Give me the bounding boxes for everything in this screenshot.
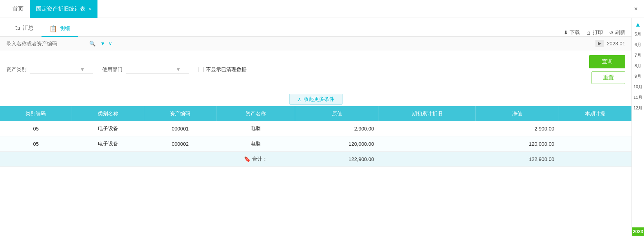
month-item[interactable]: 9月: [633, 71, 642, 82]
hide-cleared-label: 不显示已清理数据: [206, 66, 247, 73]
table-row: 05 电子设备 000001 电脑 2,900.00 2,900.00: [0, 121, 631, 136]
detail-icon: 📋: [49, 25, 57, 32]
more-conditions-button[interactable]: ▼ ∨: [100, 41, 112, 46]
table-container: 类别编码 类别名称 资产编码 资产名称 原值 期初累计折旧 净值 本期计提 05…: [0, 106, 631, 236]
dept-filter: 使用部门 ▼: [102, 66, 189, 73]
refresh-icon: ↺: [609, 30, 613, 36]
nav-home[interactable]: 首页: [6, 5, 30, 13]
month-item[interactable]: 8月: [633, 61, 642, 71]
col-asset-code: 资产编码: [144, 106, 216, 121]
total-original-value: 122,900.00: [295, 152, 379, 167]
total-current: [559, 152, 631, 167]
table-header-row: 类别编码 类别名称 资产编码 资产名称 原值 期初累计折旧 净值 本期计提: [0, 106, 631, 121]
print-label: 打印: [593, 29, 603, 36]
hide-cleared-checkbox[interactable]: [198, 67, 204, 72]
top-nav: 首页 固定资产折旧统计表 × ×: [0, 0, 644, 18]
asset-type-arrow-icon: ▼: [80, 66, 85, 72]
refresh-button[interactable]: ↺ 刷新: [609, 29, 625, 36]
total-label-cell: [0, 152, 216, 167]
right-panel: ▲ 5月6月7月8月9月10月11月12月 2023: [631, 18, 644, 236]
cell-category-code: 05: [0, 121, 72, 136]
tab-summary-label: 汇总: [23, 25, 34, 32]
search-input[interactable]: [6, 41, 85, 46]
collapse-row: ∧ 收起更多条件: [0, 92, 631, 106]
refresh-label: 刷新: [615, 29, 625, 36]
total-accumulated: [379, 152, 475, 167]
cell-current-depreciation: [559, 121, 631, 136]
year-badge[interactable]: 2023: [632, 227, 644, 236]
cell-category-name: 电子设备: [72, 136, 144, 152]
month-item[interactable]: 11月: [633, 92, 642, 103]
download-label: 下载: [570, 29, 580, 36]
query-button[interactable]: 查询: [589, 55, 625, 68]
search-bar: 🔍 ▼ ∨ ▶ 2023.01: [0, 37, 631, 50]
collapse-button[interactable]: ∧ 收起更多条件: [289, 94, 343, 105]
cell-current-depreciation: [559, 136, 631, 152]
total-text: 合计：: [252, 156, 267, 163]
asset-type-label: 资产类别: [6, 66, 27, 73]
cell-original-value: 120,000.00: [295, 136, 379, 152]
col-accumulated-depreciation: 期初累计折旧: [379, 106, 475, 121]
dept-label: 使用部门: [102, 66, 123, 73]
filter-icon: ▼: [100, 41, 105, 46]
cell-asset-name: 电脑: [216, 136, 295, 152]
reset-button[interactable]: 重置: [592, 72, 625, 84]
tab-detail[interactable]: 📋 明细: [41, 21, 78, 37]
cell-asset-code: 000001: [144, 121, 216, 136]
cell-category-name: 电子设备: [72, 121, 144, 136]
cell-accumulated-depreciation: [379, 136, 475, 152]
tab-detail-label: 明细: [60, 25, 70, 32]
scroll-up-button[interactable]: ▲: [635, 21, 641, 28]
summary-icon: 🗂: [14, 25, 20, 32]
col-category-code: 类别编码: [0, 106, 72, 121]
total-icon: 🔖: [244, 156, 251, 162]
cell-original-value: 2,900.00: [295, 121, 379, 136]
month-item[interactable]: 6月: [633, 39, 642, 50]
collapse-label: 收起更多条件: [304, 96, 334, 103]
active-tab[interactable]: 固定资产折旧统计表 ×: [30, 0, 97, 18]
hide-cleared-checkbox-item[interactable]: 不显示已清理数据: [198, 66, 247, 73]
close-window-button[interactable]: ×: [634, 5, 638, 13]
cell-asset-code: 000002: [144, 136, 216, 152]
tab-bar: 🗂 汇总 📋 明细 ⬇ 下载 🖨 打印 ↺ 刷新: [0, 18, 631, 37]
month-item[interactable]: 7月: [633, 50, 642, 61]
cell-category-code: 05: [0, 136, 72, 152]
cell-asset-name: 电脑: [216, 121, 295, 136]
total-net-value: 122,900.00: [475, 152, 559, 167]
dept-arrow-icon: ▼: [176, 66, 181, 72]
total-label: 🔖 合计：: [216, 152, 295, 167]
table-row: 05 电子设备 000002 电脑 120,000.00 120,000.00: [0, 136, 631, 152]
search-icon[interactable]: 🔍: [89, 41, 96, 46]
month-item[interactable]: 12月: [633, 103, 642, 113]
col-category-name: 类别名称: [72, 106, 144, 121]
col-current-depreciation: 本期计提: [559, 106, 631, 121]
col-net-value: 净值: [475, 106, 559, 121]
print-button[interactable]: 🖨 打印: [586, 29, 603, 36]
content-area: 🗂 汇总 📋 明细 ⬇ 下载 🖨 打印 ↺ 刷新: [0, 18, 644, 236]
col-asset-name: 资产名称: [216, 106, 295, 121]
tab-title: 固定资产折旧统计表: [36, 5, 85, 13]
cell-net-value: 2,900.00: [475, 121, 559, 136]
cell-accumulated-depreciation: [379, 121, 475, 136]
cell-net-value: 120,000.00: [475, 136, 559, 152]
filter-area: 资产类别 ▼ 使用部门 ▼ 不显示已清: [0, 50, 631, 92]
print-icon: 🖨: [586, 30, 591, 36]
download-button[interactable]: ⬇ 下载: [564, 29, 580, 36]
tab-summary[interactable]: 🗂 汇总: [6, 20, 41, 36]
month-item[interactable]: 10月: [633, 82, 642, 92]
download-icon: ⬇: [564, 30, 568, 36]
side-arrow-btn[interactable]: ▶: [595, 40, 604, 47]
filter-row: 资产类别 ▼ 使用部门 ▼ 不显示已清: [6, 55, 625, 84]
collapse-icon: ∧: [298, 97, 301, 102]
total-row: 🔖 合计： 122,900.00 122,900.00: [0, 152, 631, 167]
data-table: 类别编码 类别名称 资产编码 资产名称 原值 期初累计折旧 净值 本期计提 05…: [0, 106, 631, 167]
close-tab-button[interactable]: ×: [88, 6, 91, 12]
asset-type-select[interactable]: ▼: [30, 66, 93, 73]
date-display: 2023.01: [607, 41, 625, 46]
month-item[interactable]: 5月: [633, 29, 642, 39]
main-panel: 🗂 汇总 📋 明细 ⬇ 下载 🖨 打印 ↺ 刷新: [0, 18, 631, 236]
chevron-down-icon: ∨: [108, 41, 112, 46]
dept-select[interactable]: ▼: [126, 66, 189, 73]
asset-type-filter: 资产类别 ▼: [6, 66, 93, 73]
col-original-value: 原值: [295, 106, 379, 121]
